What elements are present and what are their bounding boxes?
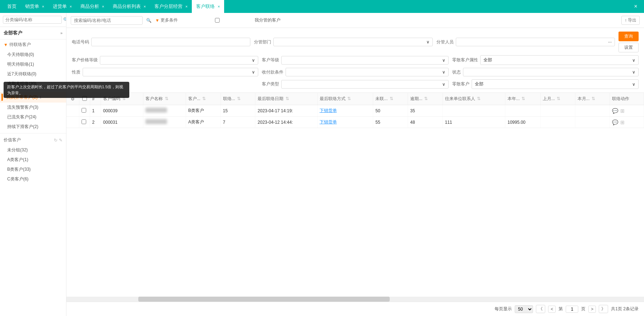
th-overdue[interactable]: 逾期... ⇅ (408, 93, 443, 105)
th-this-month[interactable]: 本月... ⇅ (575, 93, 610, 105)
qr-icon-2[interactable]: ⊞ (620, 119, 625, 125)
sidebar-all-customers-header[interactable]: 全部客户 » (0, 27, 66, 39)
sidebar-item-lost-warning[interactable]: 流失预警客户(3) (0, 103, 66, 112)
action-buttons: 查询 设置 (618, 32, 639, 52)
filter-cell-status: 状态 ∨ (452, 68, 639, 76)
sort-year-icon[interactable]: ⇅ (522, 96, 525, 101)
sidebar-collapse-icon[interactable]: » (60, 31, 62, 35)
sort-date-icon[interactable]: ⇅ (286, 96, 289, 101)
row-checkbox-2[interactable] (82, 119, 86, 124)
td-method-2[interactable]: 下销货单 (317, 117, 373, 128)
payment-dropdown-icon: ∨ (442, 70, 445, 75)
message-icon-1[interactable]: 💬 (612, 108, 618, 114)
search-button-icon[interactable]: 🔍 (146, 18, 152, 23)
contact-method-link-1[interactable]: 下销货单 (320, 108, 337, 113)
export-button[interactable]: ↑ 导出 (621, 16, 640, 25)
sort-lmonth-icon[interactable]: ⇅ (557, 96, 560, 101)
nav-product-analysis[interactable]: 商品分析 × (76, 0, 108, 13)
gender-select[interactable]: ∨ (83, 68, 258, 76)
th-last-contact-date[interactable]: 最后联络日期 ⇅ (255, 93, 317, 105)
first-page-button[interactable]: 《 (536, 305, 545, 313)
nav-customer-tier[interactable]: 客户分层经营 × (150, 0, 192, 13)
sidebar-item-today-pending[interactable]: 今天待联络(0) (0, 50, 66, 60)
th-unread[interactable]: 未联... ⇅ (373, 93, 408, 105)
sidebar-item-declining[interactable]: 持续下滑客户(2) (0, 122, 66, 132)
next-page-button[interactable]: > (588, 306, 596, 313)
sort-ctype-icon[interactable]: ⇅ (202, 96, 206, 101)
horizontal-scrollbar[interactable] (66, 297, 644, 302)
sort-name-icon[interactable]: ⇅ (165, 96, 168, 101)
sidebar-item-tomorrow-pending[interactable]: 明天待联络(1) (0, 60, 66, 69)
sort-overdue-icon[interactable]: ⇅ (424, 96, 428, 101)
th-last-month[interactable]: 上月... ⇅ (540, 93, 575, 105)
per-page-select[interactable]: 50 100 200 (515, 305, 533, 313)
sidebar-item-7day-pending[interactable]: 近7天待联络(0) (0, 69, 66, 79)
td-method-1[interactable]: 下销货单 (317, 105, 373, 117)
close-purchase-order-icon[interactable]: × (70, 4, 72, 9)
advanced-filters: 距客户上次交易时长，超过了此客户的平均交易周期的1.5倍，则视为异常。 电话号码… (66, 28, 644, 93)
nav-sales-order[interactable]: 销货单 × (21, 0, 48, 13)
th-company-contact[interactable]: 往来单位联系人 ⇅ (443, 93, 505, 105)
retail-attr-select[interactable]: 全部 ∨ (480, 55, 639, 65)
dept-select[interactable]: ∨ (273, 38, 432, 46)
sidebar-search-icon[interactable]: 🔍 (63, 17, 66, 22)
customer-grade-select[interactable]: ∨ (281, 56, 448, 65)
sidebar-search-input[interactable] (3, 16, 62, 24)
nav-product-analysis-list[interactable]: 商品分析列表 × (108, 0, 150, 13)
td-cb-2[interactable] (79, 117, 90, 128)
settings-button[interactable]: 设置 (618, 43, 639, 52)
sidebar-item-a-class[interactable]: A类客户(1) (0, 155, 66, 165)
close-customer-contact-icon[interactable]: × (218, 4, 220, 9)
page-number-input[interactable] (566, 306, 578, 313)
sidebar-item-c-class[interactable]: C类客户(6) (0, 174, 66, 184)
contact-method-link-2[interactable]: 下销货单 (320, 119, 337, 124)
sort-company-icon[interactable]: ⇅ (477, 96, 481, 101)
close-product-analysis-icon[interactable]: × (102, 4, 104, 9)
edit-icon[interactable]: ✎ (59, 138, 62, 143)
customer-type-select[interactable]: ∨ (281, 80, 448, 89)
last-page-button[interactable]: 》 (599, 305, 608, 313)
th-last-contact-method[interactable]: 最后联络方式 ⇅ (317, 93, 373, 105)
my-customer-check[interactable] (181, 18, 253, 23)
sort-contact-icon[interactable]: ⇅ (237, 96, 241, 101)
close-product-list-icon[interactable]: × (144, 4, 146, 9)
retail-customer-select[interactable]: 全部 ∨ (472, 79, 639, 89)
phone-input[interactable] (91, 38, 250, 46)
more-conditions-button[interactable]: ▼ 更多条件 (155, 17, 178, 23)
query-button[interactable]: 查询 (618, 32, 639, 41)
sidebar-item-ungrouped[interactable]: 未分组(32) (0, 145, 66, 155)
td-cb-1[interactable] (79, 105, 90, 117)
th-contact[interactable]: 联络... ⇅ (221, 93, 255, 105)
nav-purchase-order[interactable]: 进货单 × (48, 0, 76, 13)
sidebar-pending-section[interactable]: ▼ 待联络客户 (0, 39, 66, 50)
sidebar-item-b-class[interactable]: B类客户(33) (0, 165, 66, 174)
my-customer-checkbox[interactable]: 我分管的客户 (181, 17, 281, 23)
th-customer-type[interactable]: 客户... ⇅ (186, 93, 221, 105)
th-name[interactable]: 客户名称 ⇅ (143, 93, 186, 105)
qr-icon-1[interactable]: ⊞ (620, 108, 625, 114)
window-close-button[interactable]: × (630, 0, 641, 13)
close-sales-order-icon[interactable]: × (42, 4, 44, 9)
close-customer-tier-icon[interactable]: × (185, 4, 187, 9)
price-grade-select[interactable]: ∨ (100, 56, 258, 65)
row-checkbox-1[interactable] (82, 108, 86, 113)
prev-page-button[interactable]: < (548, 306, 556, 313)
sidebar-search-area: 🔍 (0, 13, 66, 27)
refresh-icon[interactable]: ↻ (54, 138, 57, 143)
staff-select[interactable]: ··· (456, 38, 615, 46)
payment-select[interactable]: ∨ (286, 68, 448, 76)
scrollbar-thumb[interactable] (138, 297, 390, 302)
sort-method-icon[interactable]: ⇅ (347, 96, 351, 101)
th-this-year[interactable]: 本年... ⇅ (505, 93, 540, 105)
filter-cell-retail-customer: 零散客户 全部 ∨ (452, 79, 639, 89)
message-icon-2[interactable]: 💬 (612, 119, 618, 125)
nav-home[interactable]: 首页 (3, 0, 21, 13)
sort-unread-icon[interactable]: ⇅ (390, 96, 393, 101)
sort-month-icon[interactable]: ⇅ (592, 96, 595, 101)
customer-name-blurred-2 (145, 119, 167, 124)
search-input[interactable] (71, 16, 143, 25)
sidebar-item-lost[interactable]: 已流失客户(24) (0, 112, 66, 122)
status-select[interactable]: ∨ (463, 68, 639, 76)
td-month-2 (575, 117, 610, 128)
nav-customer-contact[interactable]: 客户联络 × (192, 0, 224, 13)
